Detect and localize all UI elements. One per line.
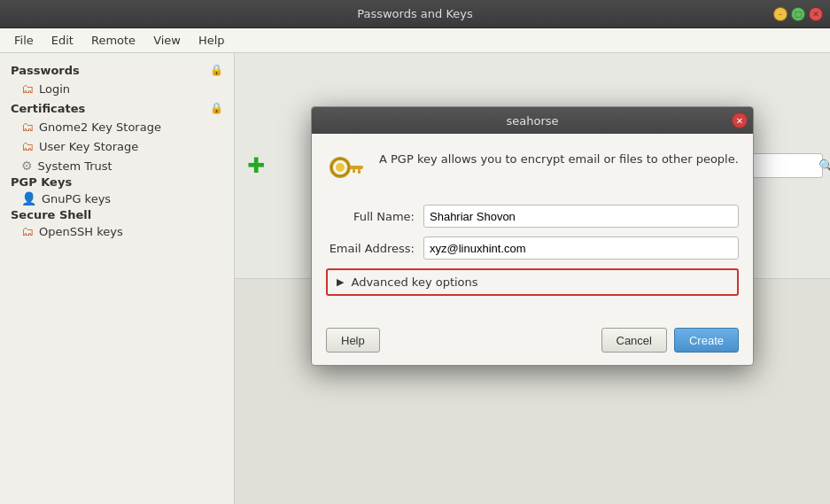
dialog-title: seahorse xyxy=(506,114,558,128)
sidebar-section-passwords: Passwords 🔒 xyxy=(0,60,234,79)
dialog-header: A PGP key allows you to encrypt email or… xyxy=(326,148,739,190)
svg-rect-3 xyxy=(358,169,361,174)
sidebar-item-gnome2[interactable]: 🗂 Gnome2 Key Storage xyxy=(0,117,234,136)
minimize-button[interactable]: – xyxy=(773,7,787,21)
full-name-input[interactable] xyxy=(423,205,739,228)
login-icon: 🗂 xyxy=(21,81,34,96)
close-button[interactable]: ✕ xyxy=(809,7,823,21)
system-trust-label: System Trust xyxy=(38,159,112,173)
openssh-icon: 🗂 xyxy=(21,224,34,238)
dialog-titlebar: seahorse ✕ xyxy=(312,107,753,134)
maximize-button[interactable]: □ xyxy=(791,7,805,21)
sidebar-item-openssh[interactable]: 🗂 OpenSSH keys xyxy=(0,221,234,241)
certificates-lock-icon: 🔒 xyxy=(210,102,223,114)
advanced-label: Advanced key options xyxy=(351,275,477,289)
sidebar-item-user-key[interactable]: 🗂 User Key Storage xyxy=(0,136,234,156)
gnupg-label: GnuPG keys xyxy=(42,192,111,205)
svg-rect-4 xyxy=(353,169,355,173)
menu-view[interactable]: View xyxy=(146,31,188,50)
menu-remote[interactable]: Remote xyxy=(84,31,143,50)
advanced-key-options[interactable]: ▶ Advanced key options xyxy=(326,268,739,296)
sidebar-section-certificates: Certificates 🔒 xyxy=(0,98,234,117)
system-trust-icon: ⚙ xyxy=(21,159,33,173)
certificates-header: Certificates xyxy=(0,98,96,117)
menu-file[interactable]: File xyxy=(7,31,41,50)
svg-rect-2 xyxy=(347,166,363,169)
email-input[interactable] xyxy=(423,236,739,260)
help-button[interactable]: Help xyxy=(326,328,380,353)
seahorse-dialog: seahorse ✕ xyxy=(311,106,754,366)
openssh-label: OpenSSH keys xyxy=(39,225,123,238)
secure-shell-header: Secure Shell xyxy=(0,205,102,223)
window-title: Passwords and Keys xyxy=(357,7,473,20)
menu-help[interactable]: Help xyxy=(191,31,232,50)
create-button[interactable]: Create xyxy=(674,328,739,353)
title-bar: Passwords and Keys – □ ✕ xyxy=(0,0,830,28)
dialog-buttons: Help Cancel Create xyxy=(312,321,753,365)
pgp-keys-header: PGP Keys xyxy=(0,172,82,190)
sidebar: Passwords 🔒 🗂 Login Certificates 🔒 🗂 Gno… xyxy=(0,53,235,504)
email-row: Email Address: xyxy=(326,236,739,260)
login-label: Login xyxy=(39,82,70,96)
dialog-overlay: seahorse ✕ xyxy=(235,53,830,504)
user-key-label: User Key Storage xyxy=(39,140,138,153)
pgp-key-icon xyxy=(326,148,368,190)
menu-edit[interactable]: Edit xyxy=(44,31,81,50)
gnome2-icon: 🗂 xyxy=(21,120,34,134)
gnome2-label: Gnome2 Key Storage xyxy=(39,120,161,134)
menu-bar: File Edit Remote View Help xyxy=(0,28,830,53)
window-controls: – □ ✕ xyxy=(773,7,823,21)
advanced-arrow-icon: ▶ xyxy=(337,276,344,288)
dialog-description: A PGP key allows you to encrypt email or… xyxy=(379,148,739,167)
svg-point-1 xyxy=(336,163,345,172)
dialog-content: A PGP key allows you to encrypt email or… xyxy=(312,134,753,321)
dialog-close-button[interactable]: ✕ xyxy=(732,112,748,128)
passwords-header: Passwords xyxy=(0,60,90,79)
gnupg-icon: 👤 xyxy=(21,191,36,205)
full-name-label: Full Name: xyxy=(326,210,423,223)
sidebar-item-login[interactable]: 🗂 Login xyxy=(0,79,234,98)
cancel-button[interactable]: Cancel xyxy=(601,328,667,353)
passwords-lock-icon: 🔒 xyxy=(210,64,223,76)
user-key-icon: 🗂 xyxy=(21,139,34,153)
email-label: Email Address: xyxy=(326,242,423,255)
full-name-row: Full Name: xyxy=(326,205,739,228)
